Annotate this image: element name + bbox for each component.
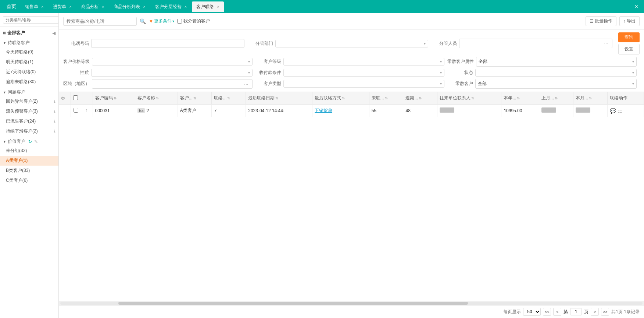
filter-search-icon[interactable]: 🔍 <box>140 18 146 24</box>
sidebar-item-unclassified[interactable]: 未分组(32) <box>0 146 58 156</box>
close-customer-mgmt-tab[interactable]: × <box>185 4 187 9</box>
row-gear <box>59 105 71 117</box>
retail-customer-arrow: ▾ <box>632 82 634 86</box>
edit-icon[interactable]: ✎ <box>34 139 38 144</box>
grid-icon: ⊞ <box>3 31 6 35</box>
sidebar-item-class-c[interactable]: C类客户(6) <box>0 176 58 186</box>
sidebar-search-input[interactable] <box>3 16 59 24</box>
customer-type-select[interactable]: ▾ <box>283 80 445 88</box>
close-analysis-list-tab[interactable]: × <box>143 4 145 9</box>
tab-analysis-list[interactable]: 商品分析列表 × <box>109 1 150 12</box>
sidebar-item-tomorrow[interactable]: 明天待联络(1) <box>0 57 58 67</box>
collapse-sidebar-icon[interactable]: ◀ <box>52 31 56 36</box>
data-table: ⚙ 客户编码⇅ 客户名称⇅ 客户...⇅ <box>59 92 644 117</box>
col-type[interactable]: 客户...⇅ <box>178 92 212 105</box>
sidebar-item-repurchase-anomaly[interactable]: 回购异常客户(2) ℹ <box>0 96 58 106</box>
sidebar-item-class-b[interactable]: B类客户(33) <box>0 166 58 176</box>
col-code[interactable]: 客户编码⇅ <box>93 92 135 105</box>
scroll-thumb[interactable] <box>118 302 468 305</box>
nature-label: 性质 <box>63 70 89 76</box>
last-page-button[interactable]: >> <box>601 308 609 316</box>
next-page-button[interactable]: > <box>591 308 599 316</box>
this-month-placeholder <box>576 107 590 113</box>
close-analysis-tab[interactable]: × <box>102 4 104 9</box>
batch-op-button[interactable]: ☰ 批量操作 <box>586 16 616 26</box>
sort-notcontact-icon: ⇅ <box>385 96 388 100</box>
close-customer-contact-tab[interactable]: × <box>217 4 219 9</box>
customer-level-select[interactable]: ▾ <box>283 58 445 66</box>
sidebar-item-class-a[interactable]: A类客户(1) <box>0 156 58 166</box>
pending-contact-group[interactable]: ▼ 待联络客户 <box>0 38 58 47</box>
filter-row-4: 区域（地区） ··· 客户类型 ▾ 零散客户 全部 ▾ <box>63 79 640 89</box>
refresh-icon[interactable]: ↻ <box>28 139 32 144</box>
col-this-year[interactable]: 本年...⇅ <box>501 92 539 105</box>
action-chat-icon[interactable]: 💬 <box>610 108 616 114</box>
dept-select[interactable]: ▾ <box>275 40 429 47</box>
person-select[interactable]: ··· <box>459 39 612 48</box>
phone-input[interactable] <box>91 39 244 48</box>
export-button[interactable]: ↑ 导出 <box>619 16 640 26</box>
sidebar-item-churn-warning[interactable]: 流失预警客户(3) ℹ <box>0 106 58 116</box>
sidebar-item-churned[interactable]: 已流失客户(24) ℹ <box>0 116 58 126</box>
select-all-checkbox[interactable] <box>73 95 78 100</box>
tab-purchase[interactable]: 进货单 × <box>49 1 76 12</box>
horizontal-scrollbar[interactable] <box>59 301 644 305</box>
search-input[interactable] <box>63 17 137 26</box>
prev-page-button[interactable]: < <box>553 308 561 316</box>
col-overdue[interactable]: 逾期...⇅ <box>403 92 437 105</box>
scroll-track[interactable] <box>60 302 643 305</box>
page-number-input[interactable] <box>570 308 582 315</box>
nature-select[interactable]: ▾ <box>91 69 253 77</box>
tab-customer-mgmt[interactable]: 客户分层经营 × <box>151 1 191 12</box>
batch-op-icon: ☰ <box>590 19 594 24</box>
window-close-button[interactable]: × <box>632 3 641 10</box>
tab-customer-contact[interactable]: 客户联络 × <box>192 1 223 12</box>
filter-cell-price-level: 客户价格等级 ▾ <box>63 58 255 66</box>
my-customers-checkbox[interactable] <box>177 19 182 24</box>
col-contact[interactable]: 联络...⇅ <box>212 92 246 105</box>
row-this-month <box>573 105 607 117</box>
retail-attr-select[interactable]: 全部 ▾ <box>476 57 637 67</box>
sidebar-item-declining[interactable]: 持续下滑客户(2) ℹ <box>0 126 58 136</box>
last-method-link[interactable]: 下销货单 <box>315 108 332 113</box>
sidebar-item-7days[interactable]: 近7天待联络(0) <box>0 67 58 77</box>
value-arrow-icon: ▼ <box>3 140 6 144</box>
region-select[interactable]: ··· <box>92 79 253 89</box>
tab-sales[interactable]: 销售单 × <box>21 1 48 12</box>
col-last-date[interactable]: 最后联络日期⇅ <box>246 92 312 105</box>
row-contact: 7 <box>212 105 246 117</box>
all-customers-section[interactable]: ⊞ 全部客户 ◀ <box>0 27 58 38</box>
value-customers-group[interactable]: ▼ 价值客户 ↻ ✎ <box>0 136 58 146</box>
col-name[interactable]: 客户名称⇅ <box>135 92 178 105</box>
price-level-select[interactable]: ▾ <box>92 58 253 66</box>
row-checkbox[interactable] <box>74 108 78 113</box>
col-last-method[interactable]: 最后联络方式⇅ <box>312 92 369 105</box>
more-conditions-button[interactable]: ▼ 更多条件 ▾ <box>149 18 174 24</box>
col-unit-contact[interactable]: 往来单位联系人⇅ <box>437 92 501 105</box>
status-label: 状态 <box>447 70 473 76</box>
region-dots: ··· <box>243 81 250 87</box>
gear-icon[interactable]: ⚙ <box>61 96 65 101</box>
close-purchase-tab[interactable]: × <box>69 4 71 9</box>
first-page-button[interactable]: << <box>543 308 551 316</box>
retail-customer-select[interactable]: 全部 ▾ <box>475 79 637 89</box>
action-qr-icon[interactable]: ⚏ <box>618 108 622 114</box>
col-this-month[interactable]: 本月...⇅ <box>573 92 607 105</box>
settings-button[interactable]: 设置 <box>618 44 640 54</box>
close-sales-tab[interactable]: × <box>41 4 43 9</box>
col-not-contacted[interactable]: 未联...⇅ <box>369 92 403 105</box>
query-button[interactable]: 查询 <box>618 32 640 42</box>
page-size-select[interactable]: 50 <box>523 308 541 316</box>
payment-select[interactable]: ▾ <box>283 69 445 77</box>
problem-customers-group[interactable]: ▼ 问题客户 <box>0 87 58 96</box>
col-last-month[interactable]: 上月...⇅ <box>539 92 573 105</box>
filter-cell-region: 区域（地区） ··· <box>63 79 255 89</box>
filter-bar: 🔍 ▼ 更多条件 ▾ 我分管的客户 ☰ 批量操作 ↑ 导出 <box>59 13 644 29</box>
tab-analysis[interactable]: 商品分析 × <box>77 1 108 12</box>
sidebar-item-overdue[interactable]: 逾期未联络(30) <box>0 77 58 87</box>
home-tab[interactable]: 首页 <box>3 3 20 10</box>
customer-level-label: 客户等级 <box>255 59 281 65</box>
my-customers-filter[interactable]: 我分管的客户 <box>177 18 210 24</box>
sidebar-item-today[interactable]: 今天待联络(0) <box>0 47 58 57</box>
status-select[interactable]: ▾ <box>475 69 637 77</box>
